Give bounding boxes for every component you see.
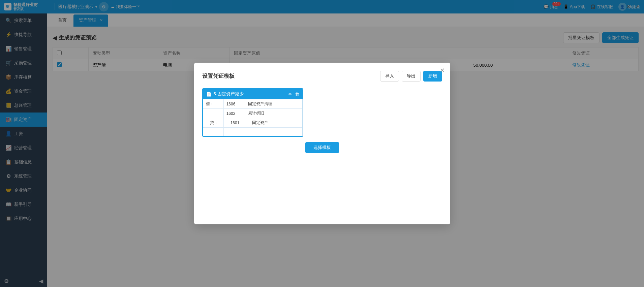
entry-code: 1606: [223, 99, 245, 109]
entry-code: 1601: [223, 118, 245, 128]
template-edit-icon[interactable]: ✏: [288, 92, 292, 97]
template-card: 📄 5-固定资产减少 ✏ 🗑 借： 1606 固: [202, 88, 303, 137]
entry-type: 借：: [203, 99, 223, 109]
entry-type: [203, 109, 223, 118]
entry-extra: [291, 118, 302, 128]
template-card-header-actions: ✏ 🗑: [288, 92, 299, 97]
template-entries-table: 借： 1606 固定资产清理 1602 累计折旧: [203, 99, 303, 136]
entry-name: 累计折旧: [245, 109, 280, 118]
template-entry-row: 1602 累计折旧: [203, 109, 302, 118]
modal-close-button[interactable]: ✕: [440, 67, 445, 74]
entry-amount: [280, 118, 291, 128]
template-delete-icon[interactable]: 🗑: [295, 92, 299, 97]
entry-amount: [280, 99, 291, 109]
entry-name: 固定资产: [245, 118, 280, 128]
modal-dialog: 设置凭证模板 导入 导出 新增 ✕ 📄 5-固定资产减少 ✏ 🗑: [194, 63, 450, 224]
entry-extra: [291, 99, 302, 109]
modal-title: 设置凭证模板: [202, 73, 235, 80]
select-template-button[interactable]: 选择模板: [305, 142, 339, 153]
template-card-header-left: 📄 5-固定资产减少: [206, 91, 244, 97]
modal-header-actions: 导入 导出 新增: [380, 71, 442, 82]
new-template-button[interactable]: 新增: [423, 71, 442, 82]
modal-header: 设置凭证模板 导入 导出 新增: [202, 71, 442, 82]
modal-body: 📄 5-固定资产减少 ✏ 🗑 借： 1606 固: [202, 88, 442, 153]
export-button[interactable]: 导出: [402, 71, 421, 82]
template-empty-row: [203, 128, 302, 136]
template-card-header: 📄 5-固定资产减少 ✏ 🗑: [203, 89, 303, 99]
entry-code: 1602: [223, 109, 245, 118]
entry-name: 固定资产清理: [245, 99, 280, 109]
entry-type: 贷：: [203, 118, 223, 128]
entry-extra: [291, 109, 302, 118]
template-entry-row: 借： 1606 固定资产清理: [203, 99, 302, 109]
template-entry-row: 贷： 1601 固定资产: [203, 118, 302, 128]
template-name: 5-固定资产减少: [214, 91, 244, 97]
template-doc-icon: 📄: [206, 92, 212, 97]
template-card-body: 借： 1606 固定资产清理 1602 累计折旧: [203, 99, 303, 136]
import-button[interactable]: 导入: [380, 71, 399, 82]
modal-overlay[interactable]: 设置凭证模板 导入 导出 新增 ✕ 📄 5-固定资产减少 ✏ 🗑: [0, 0, 644, 287]
entry-amount: [280, 109, 291, 118]
